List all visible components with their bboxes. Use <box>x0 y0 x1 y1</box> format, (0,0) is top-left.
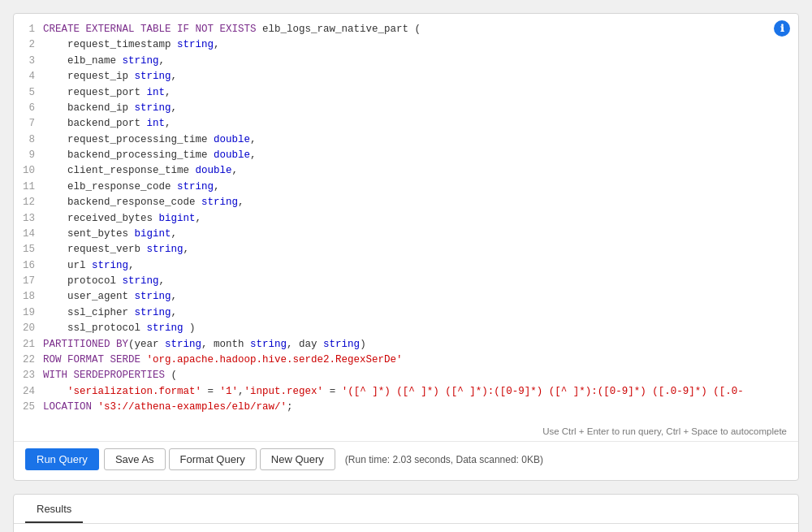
code-line-5: 5 request_port int, <box>20 85 787 101</box>
code-line-11: 11 elb_response_code string, <box>20 179 787 195</box>
code-line-17: 17 protocol string, <box>20 274 787 289</box>
results-content: Query successful. If your table has part… <box>14 524 798 532</box>
code-line-7: 7 backend_port int, <box>20 116 787 132</box>
tab-results[interactable]: Results <box>25 495 83 523</box>
code-line-10: 10 client_response_time double, <box>20 163 787 179</box>
code-line-20: 20 ssl_protocol string ) <box>20 321 787 336</box>
code-line-8: 8 request_processing_time double, <box>20 132 787 148</box>
results-tabs: Results <box>14 495 798 524</box>
code-editor[interactable]: 1 CREATE EXTERNAL TABLE IF NOT EXISTS el… <box>14 14 798 423</box>
code-line-12: 12 backend_response_code string, <box>20 195 787 210</box>
format-query-button[interactable]: Format Query <box>169 448 257 470</box>
save-as-button[interactable]: Save As <box>104 448 166 470</box>
code-line-25: 25 LOCATION 's3://athena-examples/elb/ra… <box>20 400 787 415</box>
code-line-21: 21 PARTITIONED BY(year string, month str… <box>20 337 787 353</box>
toolbar: Run Query Save As Format Query New Query… <box>14 441 798 480</box>
code-line-4: 4 request_ip string, <box>20 69 787 84</box>
code-line-2: 2 request_timestamp string, <box>20 37 787 53</box>
run-info: (Run time: 2.03 seconds, Data scanned: 0… <box>345 454 543 465</box>
code-line-15: 15 request_verb string, <box>20 242 787 257</box>
code-line-3: 3 elb_name string, <box>20 54 787 69</box>
code-line-6: 6 backend_ip string, <box>20 101 787 116</box>
query-hint: Use Ctrl + Enter to run query, Ctrl + Sp… <box>14 423 798 441</box>
new-query-button[interactable]: New Query <box>260 448 335 470</box>
code-line-1: 1 CREATE EXTERNAL TABLE IF NOT EXISTS el… <box>20 22 787 37</box>
code-line-23: 23 WITH SERDEPROPERTIES ( <box>20 368 787 383</box>
code-line-16: 16 url string, <box>20 258 787 274</box>
results-panel: Results Query successful. If your table … <box>13 494 799 532</box>
code-line-13: 13 received_bytes bigint, <box>20 211 787 227</box>
code-line-19: 19 ssl_cipher string, <box>20 305 787 321</box>
code-line-14: 14 sent_bytes bigint, <box>20 227 787 242</box>
code-line-22: 22 ROW FORMAT SERDE 'org.apache.hadoop.h… <box>20 353 787 368</box>
run-query-button[interactable]: Run Query <box>25 448 99 470</box>
info-icon[interactable]: ℹ <box>774 20 790 37</box>
code-line-18: 18 user_agent string, <box>20 289 787 305</box>
query-panel: ℹ 1 CREATE EXTERNAL TABLE IF NOT EXISTS … <box>13 13 799 481</box>
code-line-24: 24 'serialization.format' = '1','input.r… <box>20 384 787 400</box>
code-line-9: 9 backend_processing_time double, <box>20 148 787 163</box>
